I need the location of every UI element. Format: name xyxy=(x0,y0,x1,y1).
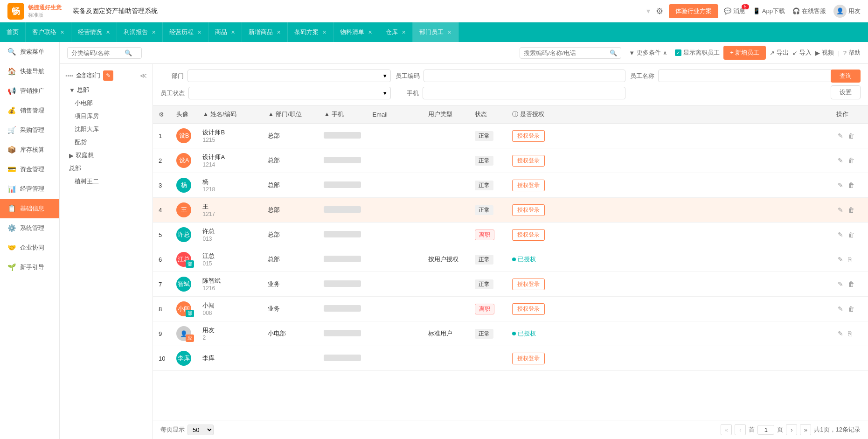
dept-item-shenyang[interactable]: 沈阳大库 xyxy=(60,123,153,136)
edit-icon[interactable]: ✎ xyxy=(838,256,843,263)
classify-search-box[interactable]: 🔍 xyxy=(67,47,142,59)
tab-bom[interactable]: 物料清单✕ xyxy=(333,22,379,42)
sidebar-item-basic[interactable]: 📋 基础信息 xyxy=(0,199,59,218)
th-settings[interactable]: ⚙ xyxy=(153,105,171,124)
delete-icon[interactable]: 🗑 xyxy=(848,231,854,238)
dept-edit-btn[interactable]: ✎ xyxy=(103,70,113,81)
dept-filter-select[interactable]: ▾ xyxy=(187,70,391,82)
th-phone[interactable]: ▲ 手机 xyxy=(318,105,367,124)
employee-search-input[interactable] xyxy=(524,49,608,56)
sidebar-item-inventory[interactable]: 📦 库存核算 xyxy=(0,140,59,160)
dept-item-distribution[interactable]: 配货 xyxy=(60,136,153,149)
delete-icon[interactable]: 🗑 xyxy=(848,280,854,288)
last-page-btn[interactable]: » xyxy=(800,424,811,435)
sidebar-item-search[interactable]: 🔍 搜索菜单 xyxy=(0,42,59,62)
reset-button[interactable]: 设置 xyxy=(831,85,861,99)
tab-new-goods[interactable]: 新增商品✕ xyxy=(242,22,288,42)
emp-code-input[interactable] xyxy=(424,70,626,82)
edit-icon[interactable]: ✎ xyxy=(838,157,843,164)
dept-item-zhishu[interactable]: 植树王二 xyxy=(60,175,153,188)
auth-login-btn[interactable]: 授权登录 xyxy=(512,279,545,290)
edit-icon[interactable]: ✎ xyxy=(838,231,843,238)
add-employee-button[interactable]: + 新增员工 xyxy=(723,46,766,60)
per-page-select[interactable]: 50 20 100 xyxy=(187,425,214,435)
dept-item-xiao-dian[interactable]: 小电部 xyxy=(60,97,153,110)
dept-item-zongbu-group[interactable]: ▼ 总部 xyxy=(60,84,153,97)
edit-icon[interactable]: ✎ xyxy=(838,280,843,288)
show-resigned-checkbox[interactable]: ✓ xyxy=(675,49,681,56)
app-download-btn[interactable]: 📱 App下载 xyxy=(753,7,785,15)
tab-goods[interactable]: 商品✕ xyxy=(208,22,242,42)
edit-icon[interactable]: ✎ xyxy=(838,206,843,214)
help-btn[interactable]: ? 帮助 xyxy=(843,49,861,57)
settings-icon[interactable]: ⚙ xyxy=(656,6,663,16)
copy-icon[interactable]: ⎘ xyxy=(848,256,852,263)
auth-login-btn[interactable]: 授权登录 xyxy=(512,130,545,142)
more-filter-btn[interactable]: ▼ 更多条件 ∧ xyxy=(625,47,671,59)
tab-warehouse[interactable]: 仓库✕ xyxy=(379,22,413,42)
sidebar-item-purchase[interactable]: 🛒 采购管理 xyxy=(0,120,59,140)
show-resigned-toggle[interactable]: ✓ 显示离职员工 xyxy=(675,49,720,57)
auth-login-btn[interactable]: 授权登录 xyxy=(512,155,545,167)
query-button[interactable]: 查询 xyxy=(831,70,861,83)
phone-input[interactable] xyxy=(423,87,626,99)
delete-icon[interactable]: 🗑 xyxy=(848,132,854,139)
import-btn[interactable]: ↙ 导入 xyxy=(792,49,812,57)
emp-status-select[interactable]: ▾ xyxy=(188,87,391,99)
delete-icon[interactable]: 🗑 xyxy=(848,181,854,189)
tab-customer[interactable]: 客户联络✕ xyxy=(26,22,71,42)
system-dropdown-icon[interactable]: ▾ xyxy=(646,7,650,15)
export-btn[interactable]: ↗ 导出 xyxy=(770,49,789,57)
dept-collapse-btn[interactable]: ≪ xyxy=(140,72,147,79)
tab-profit[interactable]: 利润报告✕ xyxy=(117,22,163,42)
delete-icon[interactable]: 🗑 xyxy=(848,305,854,313)
next-page-btn[interactable]: › xyxy=(786,424,797,435)
auth-login-btn[interactable]: 授权登录 xyxy=(512,204,545,216)
page-input[interactable] xyxy=(757,425,774,435)
sidebar-item-finance[interactable]: 💳 资金管理 xyxy=(0,160,59,179)
sidebar-item-guide[interactable]: 🌱 新手引导 xyxy=(0,258,59,277)
tab-home[interactable]: 首页 xyxy=(0,22,26,42)
td-phone xyxy=(318,124,367,148)
employee-search-box[interactable]: 🔍 xyxy=(520,47,621,59)
user-btn[interactable]: 👤 用友 xyxy=(833,5,861,18)
sidebar-item-marketing[interactable]: 📢 营销推广 xyxy=(0,81,59,101)
th-email: Email xyxy=(367,105,423,124)
try-btn[interactable]: 体验行业方案 xyxy=(669,4,718,18)
message-btn[interactable]: 💬 消息 5 xyxy=(724,7,745,15)
th-dept[interactable]: ▲ 部门/职位 xyxy=(262,105,318,124)
dept-item-project[interactable]: 项目库房 xyxy=(60,110,153,123)
sidebar-item-system[interactable]: ⚙️ 系统管理 xyxy=(0,218,59,238)
dept-item-zongbu[interactable]: 总部 xyxy=(60,162,153,175)
edit-icon[interactable]: ✎ xyxy=(838,132,843,139)
delete-icon[interactable]: 🗑 xyxy=(848,157,854,164)
td-auth: 已授权 xyxy=(507,247,581,272)
first-page-btn[interactable]: « xyxy=(721,424,732,435)
video-btn[interactable]: ▶ 视频 xyxy=(815,49,834,57)
tab-barcode[interactable]: 条码方案✕ xyxy=(288,22,333,42)
auth-login-btn[interactable]: 授权登录 xyxy=(512,229,545,241)
service-btn[interactable]: 🎧 在线客服 xyxy=(792,7,826,15)
delete-icon[interactable]: 🗑 xyxy=(848,206,854,214)
auth-login-btn[interactable]: 授权登录 xyxy=(512,353,545,364)
tab-history[interactable]: 经营历程✕ xyxy=(163,22,208,42)
emp-name-input[interactable] xyxy=(658,70,861,82)
tab-dept-staff[interactable]: 部门员工✕ xyxy=(413,22,458,42)
sidebar-item-nav[interactable]: 🏠 快捷导航 xyxy=(0,62,59,81)
dept-item-shuangting[interactable]: ▶ 双庭想 xyxy=(60,149,153,162)
edit-icon[interactable]: ✎ xyxy=(838,305,843,313)
copy-icon[interactable]: ⎘ xyxy=(848,330,852,337)
edit-icon[interactable]: ✎ xyxy=(838,330,843,337)
td-status: 正常 xyxy=(469,321,507,346)
auth-login-btn[interactable]: 授权登录 xyxy=(512,180,545,191)
sidebar-item-management[interactable]: 📊 经营管理 xyxy=(0,179,59,199)
th-name[interactable]: ▲ 姓名/编码 xyxy=(197,105,262,124)
sidebar-item-collab[interactable]: 🤝 企业协同 xyxy=(0,238,59,258)
edit-icon[interactable]: ✎ xyxy=(838,181,843,189)
auth-login-btn[interactable]: 授权登录 xyxy=(512,303,545,315)
prev-page-btn[interactable]: ‹ xyxy=(735,424,746,435)
tab-operation[interactable]: 经营情况✕ xyxy=(71,22,117,42)
td-empty xyxy=(581,148,831,173)
classify-search-input[interactable] xyxy=(71,49,123,56)
sidebar-item-sales[interactable]: 💰 销售管理 xyxy=(0,101,59,120)
